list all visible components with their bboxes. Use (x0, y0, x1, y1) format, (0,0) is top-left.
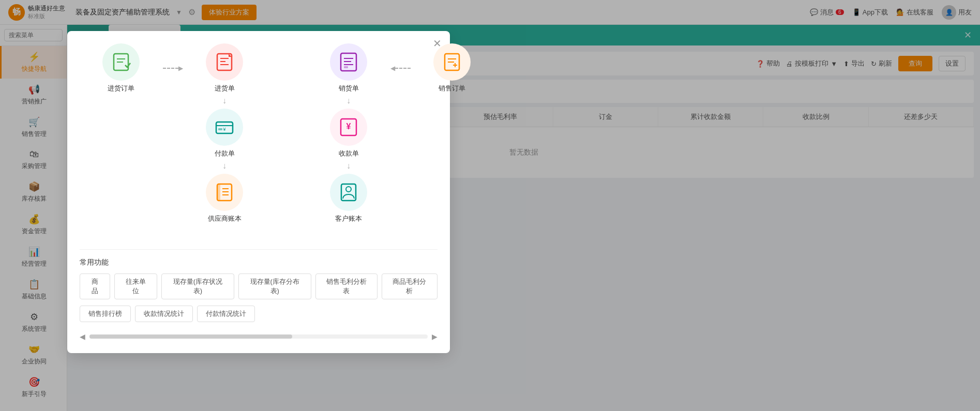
sales-order-icon (433, 43, 471, 81)
flow-diagram: 进货订单 ▶ 进货单 销货单 (80, 43, 438, 239)
common-func-button[interactable]: 商品 (80, 273, 110, 299)
flow-node-purchase-order[interactable]: 进货订单 (102, 43, 140, 93)
purchase-order-label: 进货订单 (108, 84, 134, 93)
scroll-right-arrow[interactable]: ▶ (432, 332, 438, 341)
down-arrow-sb: ↓ (346, 96, 351, 105)
sales-bill-label: 销货单 (339, 84, 359, 93)
down-arrow-payment: ↓ (222, 161, 227, 171)
sales-bill-icon (330, 43, 367, 81)
payment-label: 付款单 (215, 149, 235, 158)
receipt-label: 收款单 (339, 149, 359, 158)
common-func-button[interactable]: 收款情况统计 (135, 306, 193, 322)
common-func-button[interactable]: 现存量(库存状况表) (161, 273, 234, 299)
payment-icon: ¥ (206, 109, 243, 146)
svg-rect-22 (217, 184, 220, 201)
common-func-button[interactable]: 销售排行榜 (80, 306, 131, 322)
common-func-button[interactable]: 往来单位 (114, 273, 157, 299)
svg-text:¥: ¥ (222, 127, 226, 132)
common-func-button[interactable]: 商品毛利分析 (382, 273, 438, 299)
overlay[interactable]: ✕ 进货订单 ▶ 进货单 (0, 0, 980, 411)
receipt-icon: ¥ (330, 109, 367, 146)
svg-point-27 (346, 187, 351, 192)
common-buttons-group: 商品往来单位现存量(库存状况表)现存量(库存分布表)销售毛利分析表商品毛利分析销… (80, 273, 438, 324)
flow-node-purchase-bill[interactable]: 进货单 (206, 43, 243, 93)
purchase-order-icon (102, 43, 140, 81)
common-func-button[interactable]: 现存量(库存分布表) (238, 273, 311, 299)
common-functions-title: 常用功能 (80, 258, 438, 267)
svg-text:¥: ¥ (346, 122, 351, 131)
customer-ledger-label: 客户账本 (335, 214, 362, 223)
common-functions-section: 常用功能 商品往来单位现存量(库存状况表)现存量(库存分布表)销售毛利分析表商品… (80, 249, 438, 324)
svg-rect-11 (344, 66, 348, 68)
arrow-po-to-pb: ▶ (162, 65, 183, 72)
flow-node-receipt[interactable]: ¥ 收款单 (330, 109, 367, 158)
flow-node-sales-bill[interactable]: 销货单 (330, 43, 367, 93)
flow-node-sales-order[interactable]: 销售订单 (433, 43, 471, 93)
sales-order-label: 销售订单 (439, 84, 465, 93)
quick-nav-modal: ✕ 进货订单 ▶ 进货单 (67, 31, 450, 353)
scroll-left-arrow[interactable]: ◀ (80, 332, 85, 341)
flow-node-customer-ledger[interactable]: 客户账本 (330, 174, 367, 223)
scrollbar-thumb[interactable] (89, 334, 292, 339)
modal-scrollbar[interactable]: ◀ ▶ (80, 332, 438, 341)
customer-ledger-icon (330, 174, 367, 211)
common-btn-row: 销售排行榜收款情况统计付款情况统计 (80, 306, 438, 322)
flow-node-payment[interactable]: ¥ 付款单 (206, 109, 243, 158)
svg-rect-17 (218, 128, 222, 130)
arrow-so-to-sb: ◀ (390, 65, 411, 72)
purchase-bill-icon (206, 43, 243, 81)
down-arrow-pb: ↓ (222, 96, 227, 105)
common-func-button[interactable]: 付款情况统计 (197, 306, 255, 322)
down-arrow-receipt: ↓ (346, 161, 351, 171)
common-btn-row: 商品往来单位现存量(库存状况表)现存量(库存分布表)销售毛利分析表商品毛利分析 (80, 273, 438, 299)
flow-node-supplier-ledger[interactable]: 供应商账本 (206, 174, 243, 223)
purchase-bill-label: 进货单 (215, 84, 235, 93)
supplier-ledger-label: 供应商账本 (208, 214, 242, 223)
common-func-button[interactable]: 销售毛利分析表 (315, 273, 378, 299)
supplier-ledger-icon (206, 174, 243, 211)
scrollbar-track[interactable] (89, 334, 428, 339)
